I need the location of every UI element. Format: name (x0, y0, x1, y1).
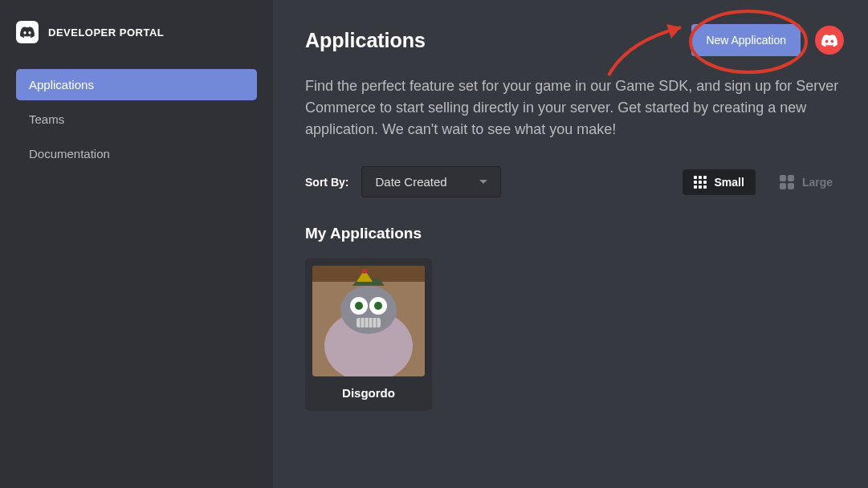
app-grid: Disgordo (305, 258, 844, 411)
header-actions: New Application (691, 24, 844, 56)
app-name: Disgordo (312, 386, 425, 400)
controls-row: Sort By: Date Created Small Lar (305, 166, 844, 197)
view-toggles: Small Large (683, 169, 844, 196)
large-grid-icon (780, 175, 794, 189)
view-small-label: Small (715, 176, 744, 189)
nav-item-documentation[interactable]: Documentation (16, 138, 257, 169)
nav-item-applications[interactable]: Applications (16, 69, 257, 100)
header-row: Applications New Application (305, 24, 844, 56)
svg-point-14 (362, 269, 367, 274)
portal-title: DEVELOPER PORTAL (48, 26, 164, 39)
chevron-down-icon (479, 180, 487, 184)
small-grid-icon (694, 176, 707, 189)
nav-label: Teams (29, 112, 64, 126)
nav-label: Documentation (29, 147, 110, 161)
sort-group: Sort By: Date Created (305, 166, 501, 197)
app-thumbnail (312, 266, 425, 376)
discord-logo-icon (16, 21, 39, 43)
nav-item-teams[interactable]: Teams (16, 104, 257, 135)
discord-icon (821, 35, 837, 47)
page-description: Find the perfect feature set for your ga… (305, 75, 844, 140)
new-application-button[interactable]: New Application (691, 24, 801, 56)
discord-icon (20, 26, 35, 38)
sidebar: DEVELOPER PORTAL Applications Teams Docu… (0, 0, 273, 488)
svg-point-7 (374, 302, 382, 310)
page-title: Applications (305, 29, 426, 52)
user-avatar[interactable] (815, 26, 844, 55)
sidebar-header: DEVELOPER PORTAL (0, 0, 273, 64)
sort-label: Sort By: (305, 176, 348, 189)
main-content: Applications New Application Find the pe… (273, 0, 868, 488)
app-card[interactable]: Disgordo (305, 258, 432, 411)
nav-list: Applications Teams Documentation (0, 64, 273, 169)
nav-label: Applications (29, 78, 94, 92)
svg-point-6 (355, 302, 363, 310)
my-applications-title: My Applications (305, 225, 844, 242)
view-large-label: Large (802, 176, 833, 189)
sort-selected-value: Date Created (375, 175, 446, 189)
sort-select[interactable]: Date Created (361, 166, 500, 197)
view-small-button[interactable]: Small (683, 169, 756, 195)
view-large-button[interactable]: Large (768, 169, 844, 196)
